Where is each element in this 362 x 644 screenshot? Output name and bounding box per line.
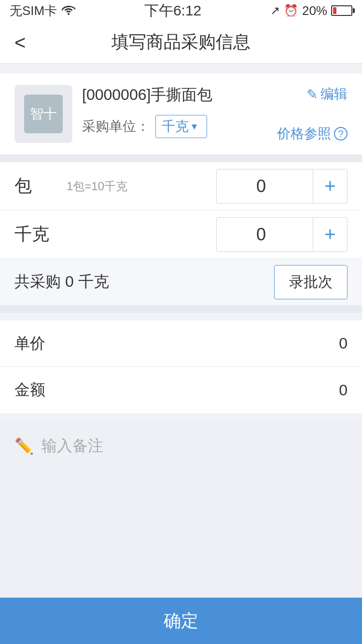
- price-section: 单价 0 金额 0: [0, 321, 362, 413]
- unit-price-label: 单价: [14, 333, 45, 354]
- edit-button[interactable]: ✎ 编辑: [306, 85, 348, 103]
- unit-label: 采购单位：: [82, 117, 150, 136]
- wifi-icon: [62, 3, 75, 18]
- help-icon: ?: [334, 127, 348, 140]
- alarm-icon: ⏰: [284, 4, 298, 17]
- confirm-label: 确定: [164, 609, 198, 633]
- kg-input-wrap: +: [216, 217, 348, 252]
- pencil-icon: ✏️: [14, 437, 34, 455]
- kg-quantity-row: 千克 +: [0, 210, 362, 259]
- bag-quantity-row: 包 1包=10千克 +: [0, 162, 362, 210]
- kg-quantity-input[interactable]: [216, 217, 313, 252]
- record-batch-button[interactable]: 录批次: [274, 265, 348, 299]
- bag-label: 包: [14, 174, 63, 198]
- edit-icon: ✎: [306, 86, 318, 102]
- bag-sub: 1包=10千克: [67, 179, 127, 194]
- kg-plus-button[interactable]: +: [313, 217, 348, 252]
- price-ref-label: 价格参照: [277, 125, 331, 143]
- bag-input-wrap: +: [216, 169, 348, 204]
- total-row: 共采购 0 千克 录批次: [0, 259, 362, 305]
- carrier-label: 无SIM卡: [10, 2, 57, 19]
- product-card: 智十 [0000006]手撕面包 采购单位： 千克 ▾ ✎ 编辑 价格参照 ?: [0, 73, 362, 154]
- notes-section[interactable]: ✏️ 输入备注: [0, 421, 362, 471]
- product-logo: 智十: [24, 95, 63, 133]
- location-icon: ↗: [270, 4, 280, 17]
- section-divider-1: [0, 154, 362, 162]
- battery-indicator: [331, 5, 352, 16]
- status-bar: 无SIM卡 下午6:12 ↗ ⏰ 20%: [0, 0, 362, 21]
- back-button[interactable]: <: [14, 33, 26, 52]
- unit-price-row: 单价 0: [0, 321, 362, 367]
- amount-value: 0: [339, 381, 348, 399]
- bag-plus-button[interactable]: +: [313, 169, 348, 204]
- status-right: ↗ ⏰ 20%: [270, 3, 352, 18]
- amount-row: 金额 0: [0, 367, 362, 413]
- chevron-down-icon: ▾: [192, 120, 197, 133]
- battery-percent: 20%: [302, 3, 327, 18]
- confirm-button[interactable]: 确定: [0, 598, 362, 644]
- nav-bar: < 填写商品采购信息: [0, 21, 362, 64]
- total-label: 共采购 0 千克: [14, 271, 109, 293]
- section-divider-2: [0, 305, 362, 313]
- status-left: 无SIM卡: [10, 2, 75, 19]
- kg-label: 千克: [14, 223, 63, 246]
- amount-label: 金额: [14, 379, 45, 401]
- edit-label: 编辑: [320, 85, 348, 103]
- notes-input[interactable]: 输入备注: [42, 435, 103, 457]
- unit-select[interactable]: 千克 ▾: [155, 115, 207, 138]
- unit-value: 千克: [162, 117, 189, 136]
- quantity-section: 包 1包=10千克 + 千克 +: [0, 162, 362, 259]
- price-ref-button[interactable]: 价格参照 ?: [277, 125, 348, 143]
- page-title: 填写商品采购信息: [111, 30, 251, 54]
- logo-text: 智十: [30, 105, 57, 123]
- product-image: 智十: [14, 85, 72, 143]
- unit-price-value: 0: [339, 335, 348, 352]
- bag-quantity-input[interactable]: [216, 169, 313, 204]
- status-time: 下午6:12: [144, 1, 201, 21]
